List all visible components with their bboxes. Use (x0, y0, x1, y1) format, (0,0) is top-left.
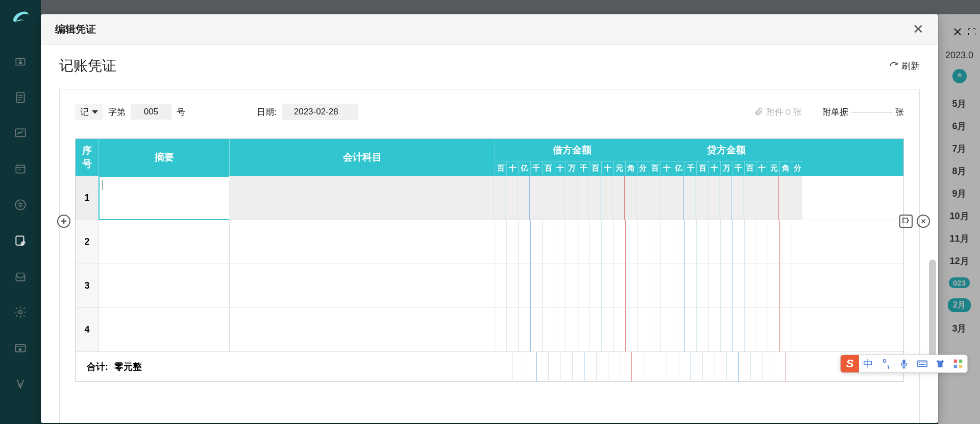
svg-rect-11 (959, 360, 962, 363)
account-cell[interactable] (230, 264, 495, 308)
th-credit: 贷方金额 百十亿千百十万千百十元角分 (649, 139, 803, 176)
refresh-button[interactable]: 刷新 (889, 60, 920, 72)
refresh-icon (889, 61, 898, 70)
svg-rect-9 (917, 361, 926, 367)
ime-keyboard-icon[interactable] (913, 358, 931, 369)
credit-cell[interactable] (649, 220, 803, 264)
date-label: 日期: (257, 106, 277, 118)
svg-rect-7 (903, 218, 908, 223)
total-row: 合计: 零元整 (76, 351, 903, 381)
date-input[interactable]: 2023-02-28 (282, 104, 358, 120)
svg-rect-6 (15, 345, 26, 352)
svg-rect-2 (16, 165, 24, 173)
account-cell[interactable] (230, 308, 495, 351)
svg-rect-4 (16, 236, 23, 245)
th-account: 会计科目 (230, 139, 495, 176)
modal-header: 编辑凭证 ✕ (41, 14, 938, 45)
svg-rect-13 (959, 365, 962, 368)
attachment-count[interactable]: 附件 0 张 (754, 106, 802, 118)
attach-single-input[interactable] (851, 112, 892, 112)
account-cell[interactable] (230, 220, 495, 264)
table-row: 1 (76, 176, 903, 220)
credit-digits: 百十亿千百十万千百十元角分 (649, 161, 803, 175)
row-insert-button[interactable] (899, 215, 913, 228)
table-body: 1 2 3 (76, 176, 903, 351)
svg-point-5 (19, 311, 22, 314)
ime-punct-icon[interactable]: °, (877, 357, 895, 370)
modal-title: 编辑凭证 (55, 22, 96, 36)
edit-voucher-modal: 编辑凭证 ✕ 记账凭证 刷新 记 字第 005 号 日期: 2023-02-28 (41, 14, 938, 423)
voucher-table: + 序号 摘要 会计科目 借方金额 百十亿千 (75, 138, 904, 382)
table-row: 3 (76, 264, 903, 308)
debit-cell[interactable] (495, 308, 649, 351)
account-cell[interactable] (229, 176, 494, 220)
row-delete-button[interactable] (917, 215, 930, 228)
nav-money[interactable] (13, 54, 28, 69)
debit-digits: 百十亿千百十万千百十元角分 (495, 161, 649, 175)
nav-chart[interactable] (13, 126, 28, 141)
summary-cell[interactable] (99, 220, 230, 264)
voucher-type-select[interactable]: 记 (75, 104, 103, 120)
summary-cell[interactable] (99, 308, 230, 351)
table-row: 2 (76, 220, 903, 264)
page-title: 记账凭证 (59, 56, 116, 76)
credit-cell[interactable] (648, 176, 802, 220)
svg-point-3 (15, 200, 26, 210)
ime-mic-icon[interactable] (895, 358, 913, 369)
attach-single-label: 附单据 (822, 106, 848, 118)
svg-rect-10 (954, 360, 957, 363)
voucher-info-row: 记 字第 005 号 日期: 2023-02-28 附件 0 张 附单据 张 (75, 104, 904, 120)
modal-close-button[interactable]: ✕ (913, 21, 924, 37)
nav-transfer[interactable] (13, 197, 28, 213)
th-seq: 序号 (76, 139, 99, 176)
debit-cell[interactable] (494, 176, 648, 220)
debit-cell[interactable] (495, 264, 649, 308)
sidebar-collapse[interactable] (13, 378, 28, 393)
total-text: 零元整 (114, 361, 142, 373)
ime-toolbar[interactable]: S 中 °, (840, 355, 968, 373)
summary-input-active[interactable] (99, 176, 229, 220)
credit-cell[interactable] (649, 308, 803, 351)
table-row: 4 (76, 308, 903, 351)
voucher-number-input[interactable]: 005 (131, 104, 172, 120)
total-debit (501, 352, 655, 382)
ime-menu-icon[interactable] (949, 358, 967, 369)
window-titlebar (41, 0, 980, 14)
debit-cell[interactable] (495, 220, 649, 264)
th-summary: 摘要 (99, 139, 230, 176)
credit-cell[interactable] (649, 264, 803, 308)
nav-video[interactable] (13, 340, 28, 356)
ime-skin-icon[interactable] (931, 358, 949, 369)
paperclip-icon (754, 107, 763, 116)
th-debit: 借方金额 百十亿千百十万千百十元角分 (495, 139, 649, 176)
sogou-logo-icon: S (841, 355, 859, 373)
nav-inbox[interactable] (13, 269, 28, 284)
total-credit (655, 352, 810, 382)
caret-down-icon (92, 110, 98, 114)
summary-cell[interactable] (99, 264, 230, 308)
nav-settings[interactable] (13, 304, 28, 320)
nav-voucher-edit[interactable] (13, 233, 28, 248)
add-row-button[interactable]: + (57, 215, 70, 228)
voucher-card: 记 字第 005 号 日期: 2023-02-28 附件 0 张 附单据 张 (59, 89, 920, 423)
nav-voucher[interactable] (13, 161, 28, 177)
svg-rect-8 (903, 360, 906, 365)
ime-lang[interactable]: 中 (859, 357, 877, 371)
svg-rect-12 (954, 365, 957, 368)
sidebar (0, 0, 41, 424)
app-logo (10, 7, 31, 29)
nav-doc[interactable] (13, 90, 28, 105)
